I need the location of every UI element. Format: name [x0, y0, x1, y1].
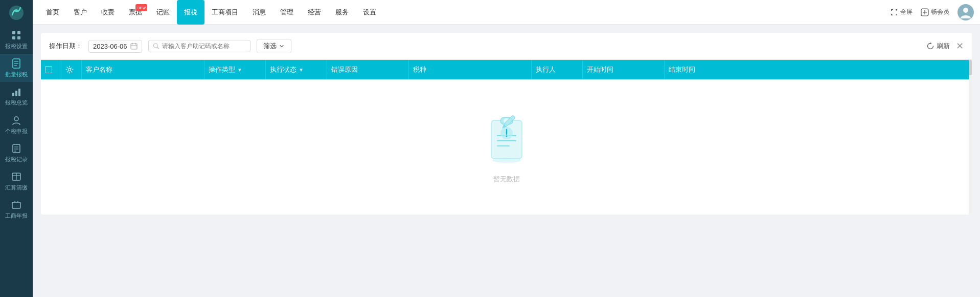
th-kehu-mingcheng: 客户名称 — [82, 60, 204, 79]
sidebar-item-gongshang-nianbao[interactable]: 工商年报 — [0, 195, 33, 223]
calendar-icon — [130, 43, 138, 50]
sidebar-item-baoshui-zonlan[interactable]: 报税总览 — [0, 82, 33, 110]
chevron-down-icon — [279, 43, 285, 49]
baoshui-zonlan-icon — [11, 86, 22, 97]
nav-item-fuwu[interactable]: 服务 — [328, 0, 356, 25]
svg-point-13 — [14, 117, 18, 121]
svg-rect-2 — [12, 31, 15, 34]
svg-rect-3 — [17, 31, 20, 34]
svg-rect-10 — [12, 93, 14, 96]
avatar-icon — [958, 4, 974, 20]
th-settings[interactable] — [61, 60, 82, 79]
scrollbar-track[interactable] — [969, 60, 972, 215]
baoshui-shezhi-label: 报税设置 — [5, 43, 28, 50]
fullscreen-label: 全屏 — [900, 8, 913, 16]
svg-rect-12 — [18, 89, 20, 96]
nav-item-jingying[interactable]: 经营 — [301, 0, 328, 25]
member-label: 畅会员 — [931, 8, 949, 16]
topnav-right: 全屏 畅会员 — [890, 4, 974, 20]
nav-item-kehu[interactable]: 客户 — [66, 0, 94, 25]
nav-item-gongshang-xiangmu[interactable]: 工商项目 — [204, 0, 245, 25]
toolbar-right: 刷新 ✕ — [926, 41, 964, 51]
svg-rect-21 — [12, 202, 20, 208]
sidebar-item-huisuan-jiaona[interactable]: 汇算清缴 — [0, 167, 33, 195]
gongshang-nianbao-label: 工商年报 — [5, 213, 28, 219]
gongshang-nianbao-icon — [11, 199, 22, 210]
empty-text: 暂无数据 — [493, 175, 520, 184]
svg-point-0 — [9, 6, 24, 20]
svg-point-44 — [492, 158, 521, 163]
geshuishenBao-icon — [11, 115, 22, 126]
search-icon — [153, 43, 159, 50]
refresh-icon — [926, 42, 935, 50]
svg-line-30 — [157, 47, 158, 49]
baoshui-zonlan-label: 报税总览 — [5, 99, 28, 106]
baoshui-jilu-label: 报税记录 — [5, 156, 28, 163]
user-avatar[interactable] — [958, 4, 974, 20]
th-shuizhong: 税种 — [409, 60, 532, 79]
th-checkbox[interactable] — [41, 60, 61, 79]
member-icon — [921, 8, 929, 16]
top-navigation: 首页 客户 收费 票据 new 记账 报税 工商项目 消息 管理 经营 — [33, 0, 980, 25]
th-zhixing-zhuangtai[interactable]: 执行状态 ▼ — [266, 60, 327, 79]
date-value: 2023-06-06 — [93, 43, 127, 50]
th-kaishi-shijian: 开始时间 — [583, 60, 665, 79]
svg-rect-11 — [15, 91, 17, 96]
fullscreen-icon — [890, 8, 898, 16]
th-jieshu-shijian: 结束时间 — [665, 60, 746, 79]
refresh-button[interactable]: 刷新 — [926, 41, 950, 51]
piliang-baoshui-icon — [11, 58, 22, 69]
nav-item-shezhi[interactable]: 设置 — [356, 0, 383, 25]
close-button[interactable]: ✕ — [956, 41, 964, 51]
nav-item-jizhang[interactable]: 记账 — [149, 0, 177, 25]
main-content: 首页 客户 收费 票据 new 记账 报税 工商项目 消息 管理 经营 — [33, 0, 980, 297]
sort-caozuo-icon: ▼ — [237, 67, 242, 73]
svg-point-1 — [15, 9, 18, 12]
svg-rect-5 — [17, 36, 20, 39]
fullscreen-button[interactable]: 全屏 — [890, 8, 913, 16]
search-box[interactable] — [148, 40, 250, 52]
nav-item-shouye[interactable]: 首页 — [39, 0, 66, 25]
date-picker[interactable]: 2023-06-06 — [88, 40, 142, 53]
piliang-baoshui-label: 批量报税 — [5, 71, 28, 78]
page-content: 操作日期： 2023-06-06 — [33, 25, 980, 297]
header-checkbox[interactable] — [45, 66, 52, 73]
sidebar: 报税设置 批量报税 报税总览 — [0, 0, 33, 297]
th-cuowu-yuanyin: 错误原因 — [327, 60, 409, 79]
nav-item-piaoju[interactable]: 票据 new — [122, 0, 149, 25]
nav-item-xiaoxi[interactable]: 消息 — [245, 0, 273, 25]
toolbar: 操作日期： 2023-06-06 — [41, 33, 972, 60]
settings-icon — [65, 66, 74, 74]
th-caozuo-leixing[interactable]: 操作类型 ▼ — [204, 60, 266, 79]
search-input[interactable] — [162, 43, 245, 50]
member-button[interactable]: 畅会员 — [921, 8, 949, 16]
filter-button[interactable]: 筛选 — [257, 39, 291, 53]
sort-zhixing-icon: ▼ — [299, 67, 304, 73]
huisuan-jiaona-icon — [11, 171, 22, 182]
nav-item-shoufei[interactable]: 收费 — [94, 0, 122, 25]
scrollbar-thumb[interactable] — [969, 60, 972, 75]
nav-item-baoshui[interactable]: 报税 — [177, 0, 204, 25]
nav-item-guanli[interactable]: 管理 — [273, 0, 301, 25]
piaoju-badge: new — [135, 4, 147, 11]
sidebar-item-piliang-baoshui[interactable]: 批量报税 — [0, 54, 33, 82]
svg-rect-4 — [12, 36, 15, 39]
sidebar-item-baoshui-shezhi[interactable]: 报税设置 — [0, 26, 33, 54]
empty-state: 暂无数据 — [41, 79, 972, 215]
sidebar-item-geshuishenBao[interactable]: 个税申报 — [0, 111, 33, 139]
empty-illustration — [481, 110, 532, 166]
sidebar-item-baoshui-jilu[interactable]: 报税记录 — [0, 139, 33, 167]
table-scroll: 客户名称 操作类型 ▼ 执行状态 ▼ 错误原因 税种 — [41, 60, 972, 215]
svg-rect-25 — [131, 44, 137, 49]
date-label: 操作日期： — [49, 41, 82, 51]
content-card: 操作日期： 2023-06-06 — [41, 33, 972, 215]
baoshui-shezhi-icon — [11, 30, 22, 41]
geshuishenBao-label: 个税申报 — [5, 128, 28, 135]
baoshui-jilu-icon — [11, 143, 22, 154]
svg-point-24 — [963, 8, 968, 13]
refresh-label: 刷新 — [937, 41, 950, 51]
svg-point-40 — [506, 136, 507, 137]
huisuan-jiaona-label: 汇算清缴 — [5, 184, 28, 191]
sidebar-logo — [0, 0, 33, 26]
th-zhixingren: 执行人 — [532, 60, 583, 79]
